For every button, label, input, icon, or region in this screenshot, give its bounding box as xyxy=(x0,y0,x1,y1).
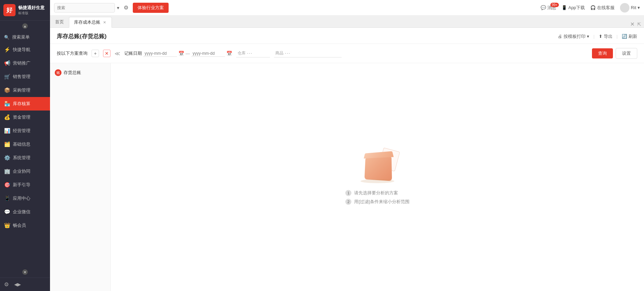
user-name: Rit xyxy=(631,5,636,10)
warehouse-selector[interactable]: 仓库 ··· xyxy=(236,50,270,57)
sidebar-item-label: 销售管理 xyxy=(13,74,30,80)
app-edition: 标准版 xyxy=(18,11,45,16)
marketing-icon: 📢 xyxy=(4,60,10,66)
date-end-input[interactable] xyxy=(191,50,225,57)
logo-area: 好 畅捷通好生意 标准版 xyxy=(0,0,50,21)
filter-label: 按以下方案查询 xyxy=(57,50,88,56)
date-label: 记账日期 xyxy=(124,50,142,56)
sidebar-item-finance[interactable]: 💰 资金管理 xyxy=(0,111,50,124)
search-icon: 🔍 xyxy=(4,35,9,40)
sidebar-item-operations[interactable]: 📊 经营管理 xyxy=(0,124,50,138)
tab-home[interactable]: 首页 xyxy=(50,17,69,27)
empty-tip-2: 2 用[过滤]条件来缩小分析范围 xyxy=(345,199,409,205)
scroll-up-btn[interactable]: ▲ xyxy=(22,23,28,29)
sidebar-item-basic[interactable]: 🗂️ 基础信息 xyxy=(0,138,50,151)
sidebar-item-member[interactable]: 👑 畅会员 xyxy=(0,219,50,232)
query-btn[interactable]: 查询 xyxy=(592,48,613,58)
warehouse-more-icon[interactable]: ··· xyxy=(247,50,252,56)
empty-shadow xyxy=(361,179,394,183)
filter-collapse-btn[interactable]: ≪ xyxy=(115,50,120,57)
sidebar-item-label: 营销推广 xyxy=(13,60,30,66)
tabbar: 首页 库存成本总账 ✕ ✕ ⇱ xyxy=(50,16,644,28)
system-icon: ⚙️ xyxy=(4,155,10,161)
product-more-icon[interactable]: ··· xyxy=(285,50,290,56)
sidebar-item-guide[interactable]: 🎯 新手引导 xyxy=(0,178,50,192)
message-icon: 💬 xyxy=(541,5,546,10)
sidebar-item-quick-nav[interactable]: ⚡ 快捷导航 xyxy=(0,43,50,56)
print-template-btn[interactable]: 🖨 按模板打印 ▾ xyxy=(558,33,589,40)
tab-inventory-ledger-label: 库存成本总账 xyxy=(74,19,100,25)
sidebar-item-label: 资金管理 xyxy=(13,114,30,120)
online-service-btn[interactable]: 🎧 在线客服 xyxy=(590,5,615,11)
sidebar-item-label: 新手引导 xyxy=(13,182,30,188)
topbar-search-area: ▾ ⚙ 体验行业方案 xyxy=(54,3,538,13)
phone-icon: 📱 xyxy=(562,5,567,10)
apps-icon: 📱 xyxy=(4,195,10,201)
topbar-right: 💬 消息 99+ 📱 App下载 🎧 在线客服 Rit ▾ xyxy=(541,3,640,13)
collapse-sidebar-btn[interactable]: ◀▶ xyxy=(14,282,21,287)
app-download-label: App下载 xyxy=(568,5,585,11)
date-field: 记账日期 📅 — 📅 xyxy=(124,50,232,57)
sidebar-item-wechat[interactable]: 💬 企业微信 xyxy=(0,205,50,219)
messages-btn[interactable]: 💬 消息 99+ xyxy=(541,5,556,11)
print-template-label: 按模板打印 xyxy=(564,33,586,40)
sidebar-item-enterprise[interactable]: 🏢 企业协同 xyxy=(0,165,50,178)
logo-icon: 好 xyxy=(3,4,16,16)
search-menu-label: 搜索菜单 xyxy=(12,34,30,40)
search-menu-item[interactable]: 🔍 搜索菜单 xyxy=(0,31,50,43)
sidebar-item-system[interactable]: ⚙️ 系统管理 xyxy=(0,151,50,165)
industry-btn[interactable]: 体验行业方案 xyxy=(133,3,169,13)
sidebar-item-marketing[interactable]: 📢 营销推广 xyxy=(0,56,50,70)
refresh-icon: 🔄 xyxy=(622,34,627,39)
warehouse-label: 仓库 xyxy=(238,50,246,56)
enterprise-icon: 🏢 xyxy=(4,168,10,174)
settings-btn[interactable]: 设置 xyxy=(616,48,637,59)
empty-tips: 1 请先选择要分析的方案 2 用[过滤]条件来缩小分析范围 xyxy=(345,190,409,205)
topbar-search-input[interactable] xyxy=(54,3,115,13)
sidebar-nav: ⚡ 快捷导航 📢 营销推广 🛒 销售管理 📦 采购管理 🏪 库存核算 💰 资金管… xyxy=(0,43,50,267)
tab-inventory-ledger[interactable]: 库存成本总账 ✕ xyxy=(69,17,112,28)
export-btn[interactable]: ⬆ 导出 xyxy=(599,33,613,40)
user-dropdown-icon: ▾ xyxy=(638,5,640,10)
settings-icon[interactable]: ⚙ xyxy=(4,281,9,288)
product-selector[interactable]: 商品 ··· xyxy=(274,50,342,57)
app-download-btn[interactable]: 📱 App下载 xyxy=(562,5,585,11)
sidebar-item-label: 应用中心 xyxy=(13,195,30,201)
filter-bar: 按以下方案查询 + ✕ ≪ 记账日期 📅 — 📅 仓库 ··· 商品 ··· xyxy=(50,44,644,63)
export-label: 导出 xyxy=(604,33,613,40)
main-content: ▾ ⚙ 体验行业方案 💬 消息 99+ 📱 App下载 🎧 在线客服 Rit ▾ xyxy=(50,0,644,291)
sidebar: 好 畅捷通好生意 标准版 ▲ 🔍 搜索菜单 ⚡ 快捷导航 📢 营销推广 🛒 销售… xyxy=(0,0,50,291)
sidebar-item-inventory[interactable]: 🏪 库存核算 xyxy=(0,97,50,111)
user-menu[interactable]: Rit ▾ xyxy=(620,3,640,13)
print-dropdown-icon: ▾ xyxy=(587,34,589,39)
refresh-btn[interactable]: 🔄 刷新 xyxy=(622,33,637,40)
export-icon: ⬆ xyxy=(599,34,602,39)
empty-tip-1-text: 请先选择要分析的方案 xyxy=(354,190,398,196)
basic-icon: 🗂️ xyxy=(4,141,10,147)
tab-close-btn[interactable]: ✕ xyxy=(102,20,107,25)
sidebar-item-label: 系统管理 xyxy=(13,155,30,161)
tab-home-label: 首页 xyxy=(55,19,64,25)
quick-nav-icon: ⚡ xyxy=(4,47,10,53)
sidebar-item-label: 畅会员 xyxy=(13,222,26,228)
sidebar-item-label: 快捷导航 xyxy=(13,47,30,53)
sidebar-item-purchase[interactable]: 📦 采购管理 xyxy=(0,83,50,97)
sidebar-item-sales[interactable]: 🛒 销售管理 xyxy=(0,70,50,83)
sidebar-item-apps[interactable]: 📱 应用中心 xyxy=(0,192,50,205)
topbar-dropdown-icon[interactable]: ▾ xyxy=(117,5,119,10)
filter-clear-btn[interactable]: ✕ xyxy=(103,50,110,57)
calendar-end-icon[interactable]: 📅 xyxy=(226,51,232,56)
avatar xyxy=(620,3,629,13)
sidebar-item-label: 采购管理 xyxy=(13,87,30,93)
resize-btn[interactable]: ⇱ xyxy=(637,22,641,27)
date-start-input[interactable] xyxy=(143,50,177,57)
close-panel-btn[interactable]: ✕ xyxy=(630,21,635,27)
page-title: 库存总账(存货总账) xyxy=(57,32,106,40)
scroll-down-btn[interactable]: ▼ xyxy=(22,269,28,275)
filter-add-btn[interactable]: + xyxy=(92,50,99,57)
topbar-gear-icon[interactable]: ⚙ xyxy=(121,3,131,13)
member-icon: 👑 xyxy=(4,222,10,228)
empty-tip-1: 1 请先选择要分析的方案 xyxy=(345,190,409,196)
calendar-start-icon[interactable]: 📅 xyxy=(178,51,184,56)
sales-icon: 🛒 xyxy=(4,74,10,80)
